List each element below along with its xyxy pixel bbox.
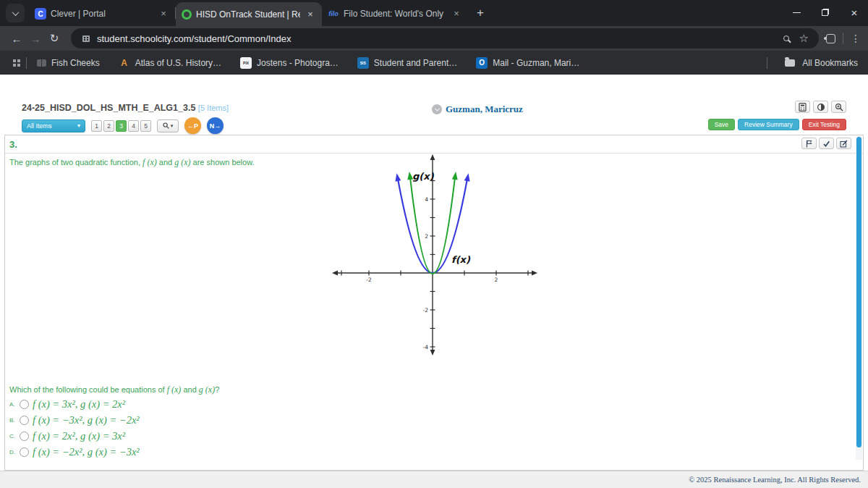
tab-strip: C Clever | Portal × HISD OnTrack Student…: [0, 0, 868, 26]
bookmarks-separator: [767, 57, 767, 69]
exit-testing-button[interactable]: Exit Testing: [802, 119, 846, 130]
edit-icon: [840, 140, 848, 148]
prompt-text: and: [157, 158, 174, 167]
tab-title: HISD OnTrack Student | Renais: [196, 9, 300, 20]
user-avatar-icon: [432, 104, 442, 114]
y-axis-top-arrow: [430, 154, 435, 160]
close-icon[interactable]: ×: [158, 8, 169, 20]
tab-filo-student[interactable]: filo Filo Student: World's Only Live ×: [322, 1, 468, 26]
question-number: 3.: [9, 139, 17, 150]
toolbar-separator: [843, 33, 843, 44]
test-name: 24-25_HISD_DOL_HS_MTH_E_ALG1_3.5: [22, 103, 195, 113]
chevron-down-icon: [12, 9, 19, 16]
y-tick-pos2: 2: [425, 233, 428, 240]
save-button[interactable]: Save: [708, 119, 735, 130]
zoom-tool-button[interactable]: [831, 101, 846, 113]
option-c-letter: C.: [9, 433, 16, 439]
bookmark-jostens[interactable]: PIX Jostens - Photogra…: [240, 57, 339, 69]
bookmark-fish-cheeks[interactable]: Fish Cheeks: [37, 58, 100, 68]
close-icon[interactable]: ×: [305, 9, 316, 20]
restore-button[interactable]: [816, 3, 835, 22]
option-c-equation: f (x) = 2x², g (x) = 3x²: [33, 430, 125, 442]
contrast-button[interactable]: [813, 101, 828, 113]
window-close-button[interactable]: ×: [845, 3, 864, 22]
calculator-button[interactable]: [795, 101, 810, 113]
bookmark-outlook-mail[interactable]: O Mail - Guzman, Mari…: [476, 57, 579, 69]
pager-item-2[interactable]: 2: [103, 120, 114, 132]
option-c-radio[interactable]: [20, 432, 29, 441]
forward-button[interactable]: →: [26, 29, 45, 48]
bookmark-atlas[interactable]: A Atlas of U.S. History…: [119, 57, 221, 69]
folder-icon: [785, 59, 795, 67]
bookmark-star-icon[interactable]: ☆: [799, 32, 809, 45]
panel-scrollbar-thumb[interactable]: [856, 137, 861, 447]
option-b-radio[interactable]: [20, 416, 29, 425]
site-building-icon: [81, 33, 91, 43]
new-tab-button[interactable]: +: [471, 4, 490, 22]
pix-icon: PIX: [240, 57, 252, 69]
flag-question-button[interactable]: [801, 138, 817, 149]
subprompt-text: ?: [215, 385, 219, 394]
panel-scrollbar-track[interactable]: [856, 136, 862, 460]
copyright-text: © 2025 Renaissance Learning, Inc. All Ri…: [689, 476, 861, 484]
minimize-icon: [793, 12, 801, 13]
math-g: g (x): [199, 384, 215, 395]
chevron-down-icon: ▾: [77, 122, 80, 129]
g-curve-right-arrow: [452, 172, 459, 180]
filo-favicon: filo: [328, 8, 339, 20]
student-chip: Guzman, Maricruz: [432, 104, 523, 115]
apps-grid-icon[interactable]: [13, 59, 16, 62]
option-a-letter: A.: [9, 401, 16, 408]
option-d-radio[interactable]: [20, 447, 29, 457]
items-count-badge: [5 Items]: [198, 104, 229, 112]
review-summary-button[interactable]: Review Summary: [738, 119, 799, 130]
bookmark-sis[interactable]: SIS Student and Parent…: [357, 57, 457, 69]
all-bookmarks-label: All Bookmarks: [802, 58, 858, 68]
question-search-dropdown[interactable]: ▾: [157, 119, 179, 132]
flag-icon: [805, 140, 813, 148]
address-bar[interactable]: student.schoolcity.com/student/Common/In…: [71, 28, 819, 49]
pager-item-1[interactable]: 1: [91, 120, 102, 132]
x-axis-right-arrow: [532, 271, 537, 276]
tab-search-button[interactable]: [6, 4, 25, 22]
extensions-icon[interactable]: [826, 34, 835, 43]
option-c-row: C. f (x) = 2x², g (x) = 3x²: [9, 428, 140, 444]
reload-button[interactable]: ↻: [45, 29, 64, 48]
all-items-label: All Items: [27, 122, 52, 130]
y-tick-neg2: -2: [423, 307, 429, 314]
all-bookmarks-button[interactable]: All Bookmarks: [767, 57, 858, 69]
subprompt-text: Which of the following could be equation…: [9, 385, 167, 394]
pager-item-5[interactable]: 5: [140, 120, 151, 132]
browser-toolbar: ← → ↻ student.schoolcity.com/student/Com…: [0, 26, 868, 51]
minimize-button[interactable]: [787, 3, 806, 22]
notes-button[interactable]: [836, 138, 851, 149]
tab-hisd-ontrack[interactable]: HISD OnTrack Student | Renais ×: [176, 2, 322, 26]
close-icon[interactable]: ×: [451, 8, 462, 20]
url-text: student.schoolcity.com/student/Common/In…: [97, 33, 783, 44]
math-g: g (x): [174, 157, 190, 167]
copyright-footer: © 2025 Renaissance Learning, Inc. All Ri…: [0, 471, 868, 488]
tab-clever-portal[interactable]: C Clever | Portal ×: [29, 1, 175, 26]
tab-title: Clever | Portal: [51, 9, 153, 19]
renaissance-ring-favicon: [182, 9, 192, 20]
y-tick-pos4: 4: [425, 196, 428, 203]
option-b-equation: f (x) = −3x², g (x) = −2x²: [33, 414, 140, 426]
browser-menu-icon[interactable]: ⋮: [851, 33, 861, 44]
pager-item-4[interactable]: 4: [128, 120, 139, 132]
student-name: Guzman, Maricruz: [446, 104, 523, 115]
pager-item-3-active[interactable]: 3: [116, 120, 127, 132]
restore-icon: [822, 9, 829, 16]
back-button[interactable]: ←: [7, 29, 26, 48]
mark-answered-button[interactable]: [819, 138, 834, 149]
previous-question-button[interactable]: ←P: [184, 117, 201, 134]
question-subprompt: Which of the following could be equation…: [9, 384, 219, 395]
atlas-a-icon: A: [119, 57, 130, 69]
option-d-equation: f (x) = −2x², g (x) = −3x²: [33, 446, 140, 458]
all-items-dropdown[interactable]: All Items ▾: [22, 119, 85, 132]
option-a-radio[interactable]: [20, 400, 29, 409]
next-question-button[interactable]: N→: [207, 117, 224, 134]
page-content: 24-25_HISD_DOL_HS_MTH_E_ALG1_3.5 [5 Item…: [0, 75, 868, 488]
zoom-page-icon[interactable]: [783, 35, 789, 41]
option-d-row: D. f (x) = −2x², g (x) = −3x²: [9, 444, 140, 460]
tab-title: Filo Student: World's Only Live: [344, 9, 446, 19]
